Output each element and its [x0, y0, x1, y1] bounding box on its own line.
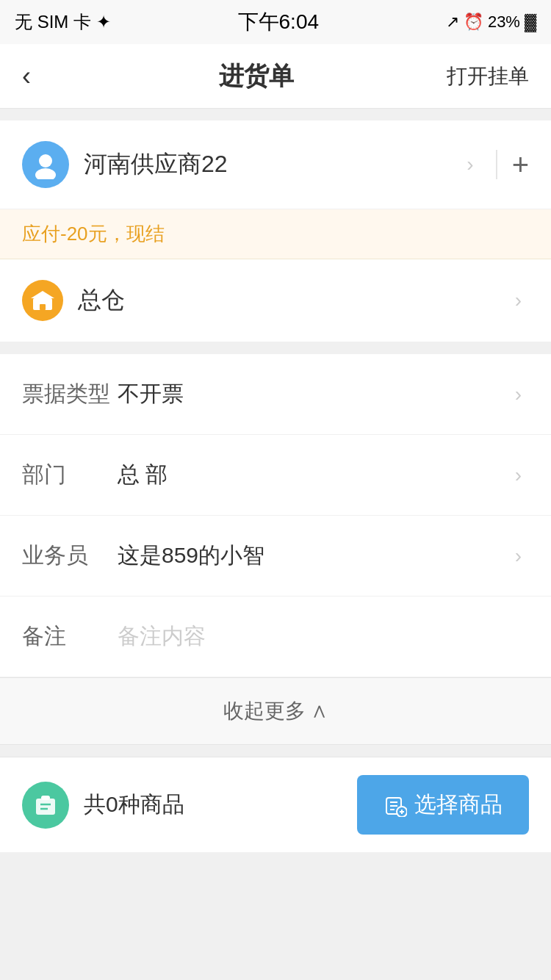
warehouse-row[interactable]: 总仓 ›	[0, 259, 551, 342]
svg-rect-5	[36, 799, 55, 815]
collapse-row[interactable]: 收起更多 ∧	[0, 677, 551, 745]
page-bottom	[0, 852, 551, 980]
warehouse-icon	[30, 288, 55, 313]
location-icon: ↗	[446, 12, 459, 32]
salesperson-chevron-icon: ›	[515, 544, 522, 568]
invoice-type-value: 不开票	[118, 379, 515, 409]
bottom-bar: 共0种商品 选择商品	[0, 757, 551, 852]
back-button[interactable]: ‹	[22, 61, 66, 92]
svg-marker-3	[31, 291, 54, 298]
page-title: 进货单	[219, 60, 294, 93]
department-chevron-icon: ›	[515, 464, 522, 487]
battery-text: 23%	[488, 12, 520, 32]
svg-point-0	[39, 154, 52, 167]
salesperson-label: 业务员	[22, 541, 118, 571]
battery-icon: ▓	[525, 12, 536, 32]
warehouse-chevron-icon: ›	[515, 289, 522, 312]
status-left: 无 SIM 卡 ✦	[15, 10, 111, 34]
remark-label: 备注	[22, 621, 118, 652]
form-divider-top	[0, 342, 551, 354]
product-count: 共0种商品	[84, 790, 357, 820]
select-product-label: 选择商品	[414, 790, 503, 820]
invoice-type-label: 票据类型	[22, 379, 118, 409]
product-icon	[32, 791, 60, 819]
supplier-avatar[interactable]	[22, 141, 69, 188]
remark-row[interactable]: 备注 备注内容	[0, 597, 551, 677]
invoice-type-chevron-icon: ›	[515, 383, 522, 406]
status-time: 下午6:04	[238, 8, 320, 36]
open-pending-button[interactable]: 打开挂单	[447, 62, 529, 90]
notice-text: 应付-20元，现结	[22, 223, 165, 245]
notice-bar: 应付-20元，现结	[0, 209, 551, 259]
remark-input[interactable]: 备注内容	[118, 621, 529, 652]
bottom-divider	[0, 745, 551, 757]
product-icon-wrap	[22, 782, 69, 829]
supplier-name[interactable]: 河南供应商22	[84, 148, 467, 181]
supplier-divider	[496, 150, 497, 179]
collapse-text: 收起更多 ∧	[223, 697, 328, 725]
add-supplier-button[interactable]: +	[512, 148, 529, 181]
select-product-button[interactable]: 选择商品	[357, 775, 529, 835]
user-icon	[31, 150, 60, 179]
status-bar: 无 SIM 卡 ✦ 下午6:04 ↗ ⏰ 23% ▓	[0, 0, 551, 44]
supplier-chevron-icon: ›	[467, 153, 473, 176]
department-value: 总 部	[118, 460, 515, 490]
form-section: 票据类型 不开票 › 部门 总 部 › 业务员 这是859的小智 › 备注 备注…	[0, 354, 551, 677]
department-row[interactable]: 部门 总 部 ›	[0, 435, 551, 516]
svg-rect-4	[40, 304, 46, 310]
svg-rect-6	[41, 796, 50, 800]
supplier-section: 河南供应商22 › +	[0, 120, 551, 209]
salesperson-row[interactable]: 业务员 这是859的小智 ›	[0, 516, 551, 597]
select-product-icon	[383, 793, 407, 817]
warehouse-label: 总仓	[78, 284, 515, 317]
svg-point-1	[35, 168, 56, 179]
top-divider	[0, 109, 551, 120]
invoice-type-row[interactable]: 票据类型 不开票 ›	[0, 354, 551, 435]
alarm-icon: ⏰	[464, 12, 483, 32]
warehouse-icon-wrap	[22, 280, 63, 321]
no-sim-text: 无 SIM 卡 ✦	[15, 10, 111, 34]
department-label: 部门	[22, 460, 118, 490]
status-right: ↗ ⏰ 23% ▓	[446, 12, 536, 32]
nav-bar: ‹ 进货单 打开挂单	[0, 44, 551, 109]
salesperson-value: 这是859的小智	[118, 541, 515, 571]
